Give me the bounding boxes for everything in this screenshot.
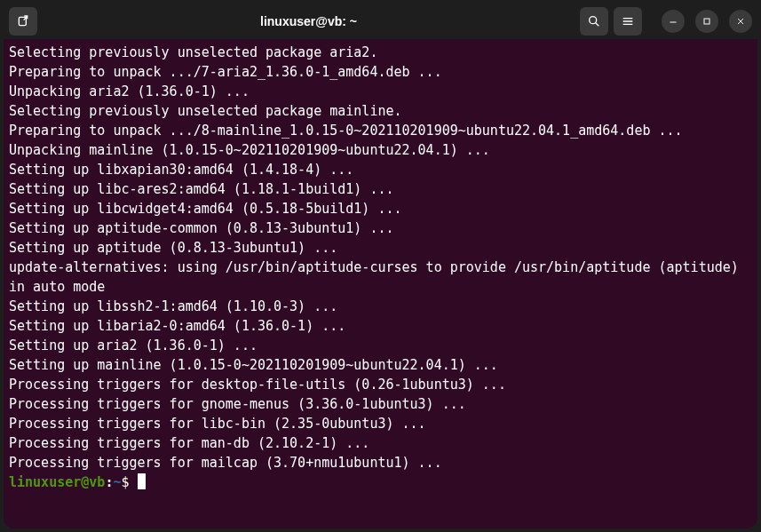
titlebar: linuxuser@vb: ~: [4, 4, 757, 39]
titlebar-right: [580, 7, 752, 36]
terminal-line: Selecting previously unselected package …: [9, 101, 752, 121]
terminal-line: Processing triggers for mailcap (3.70+nm…: [9, 453, 752, 472]
maximize-icon: [702, 16, 712, 27]
terminal-line: Setting up aptitude (0.8.13-3ubuntu1) ..…: [9, 238, 752, 258]
minimize-icon: [668, 16, 678, 27]
svg-line-2: [596, 23, 599, 27]
window-title: linuxuser@vb: ~: [43, 14, 575, 28]
prompt-dollar: $: [121, 474, 137, 490]
terminal-line: Preparing to unpack .../7-aria2_1.36.0-1…: [9, 62, 752, 82]
terminal-line: Setting up libaria2-0:amd64 (1.36.0-1) .…: [9, 316, 752, 336]
terminal-prompt[interactable]: linuxuser@vb:~$: [9, 472, 752, 492]
terminal-line: Setting up mainline (1.0.15-0~2021102019…: [9, 355, 752, 375]
menu-button[interactable]: [614, 7, 642, 36]
terminal-line: Selecting previously unselected package …: [9, 43, 752, 62]
svg-rect-7: [704, 19, 709, 24]
minimize-button[interactable]: [662, 10, 685, 33]
titlebar-left: [9, 7, 37, 36]
new-tab-button[interactable]: [9, 7, 37, 36]
terminal-line: Setting up libxapian30:amd64 (1.4.18-4) …: [9, 160, 752, 179]
terminal-line: update-alternatives: using /usr/bin/apti…: [9, 258, 752, 297]
prompt-user-host: linuxuser@vb: [9, 474, 105, 490]
close-button[interactable]: [729, 10, 752, 33]
terminal-line: Unpacking aria2 (1.36.0-1) ...: [9, 82, 752, 101]
terminal-line: Setting up libssh2-1:amd64 (1.10.0-3) ..…: [9, 297, 752, 316]
maximize-button[interactable]: [695, 10, 718, 33]
terminal-line: Processing triggers for man-db (2.10.2-1…: [9, 433, 752, 453]
terminal-window: linuxuser@vb: ~ Selecting previously uns…: [4, 4, 757, 528]
terminal-line: Setting up libc-ares2:amd64 (1.18.1-1bui…: [9, 179, 752, 199]
svg-point-1: [590, 17, 597, 24]
terminal-line: Setting up aptitude-common (0.8.13-3ubun…: [9, 218, 752, 238]
new-tab-icon: [16, 14, 30, 28]
search-icon: [587, 14, 601, 28]
terminal-line: Setting up libcwidget4:amd64 (0.5.18-5bu…: [9, 199, 752, 218]
terminal-line: Processing triggers for libc-bin (2.35-0…: [9, 414, 752, 433]
terminal-line: Preparing to unpack .../8-mainline_1.0.1…: [9, 121, 752, 140]
hamburger-icon: [621, 14, 635, 28]
close-icon: [735, 16, 746, 27]
terminal-line: Setting up aria2 (1.36.0-1) ...: [9, 336, 752, 355]
terminal-line: Processing triggers for desktop-file-uti…: [9, 375, 752, 394]
terminal-line: Processing triggers for gnome-menus (3.3…: [9, 394, 752, 414]
search-button[interactable]: [580, 7, 608, 36]
terminal-body[interactable]: Selecting previously unselected package …: [4, 39, 757, 528]
terminal-line: Unpacking mainline (1.0.15-0~20211020190…: [9, 140, 752, 160]
cursor: [138, 473, 146, 489]
